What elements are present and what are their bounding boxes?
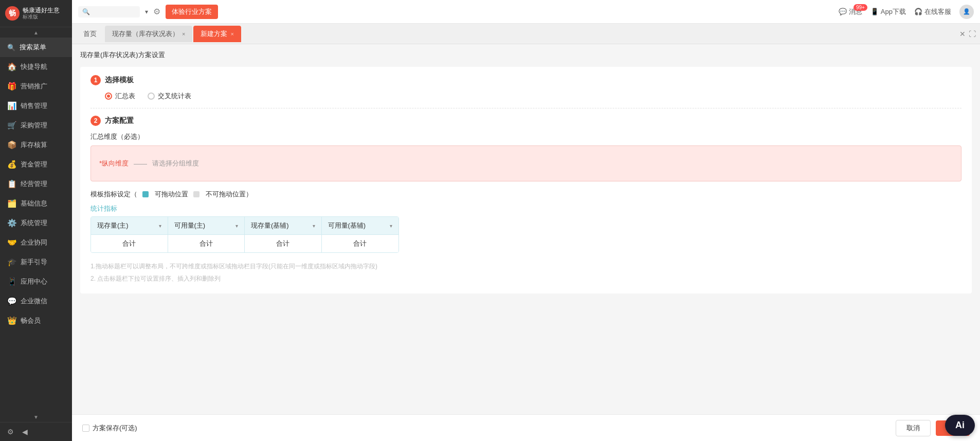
draggable-label: 可拖动位置 bbox=[155, 190, 188, 199]
stats-data-row: 合计 合计 合计 合计 bbox=[91, 234, 398, 252]
sidebar-item-label: 营销推广 bbox=[21, 82, 47, 91]
col-chevron-1[interactable]: ▾ bbox=[235, 223, 238, 229]
template-options: 汇总表 交叉统计表 bbox=[105, 91, 961, 101]
handshake-icon: 🤝 bbox=[7, 238, 16, 247]
sidebar-item-label: 经营管理 bbox=[21, 179, 47, 189]
sidebar-item-guide[interactable]: 🎓 新手引导 bbox=[0, 252, 72, 272]
content-area: 现存量(库存状况表)方案设置 1 选择模板 汇总表 交叉统计表 2 bbox=[72, 44, 980, 414]
sidebar: 畅 畅康通好生意 标准版 ▲ 🔍 搜索菜单 🏠 快捷导航 🎁 营销推广 📊 销售… bbox=[0, 0, 72, 441]
topbar-search-icon: 🔍 bbox=[82, 8, 90, 15]
chat-icon: 💬 bbox=[7, 297, 16, 306]
sidebar-logo: 畅 畅康通好生意 标准版 bbox=[0, 0, 72, 27]
step2-badge: 2 bbox=[90, 116, 101, 126]
tab-new-plan-close[interactable]: × bbox=[230, 31, 233, 37]
online-service-item[interactable]: 🎧 在线客服 bbox=[914, 7, 951, 16]
sidebar-item-business[interactable]: 📋 经营管理 bbox=[0, 174, 72, 194]
sidebar-item-label: 销售管理 bbox=[21, 101, 47, 111]
sidebar-scroll-up[interactable]: ▲ bbox=[0, 27, 72, 38]
sidebar-item-search[interactable]: 🔍 搜索菜单 bbox=[0, 38, 72, 57]
settings-icon[interactable]: ⚙ bbox=[7, 428, 14, 436]
sidebar-item-contract[interactable]: 🤝 企业协同 bbox=[0, 233, 72, 252]
gift-icon: 🎁 bbox=[7, 82, 16, 91]
logo-subtitle: 标准版 bbox=[23, 14, 60, 20]
stats-section-title: 统计指标 bbox=[90, 204, 961, 213]
stats-header-col-3[interactable]: 可用量(基辅) ▾ bbox=[322, 217, 399, 234]
sidebar-item-app-center[interactable]: 📱 应用中心 bbox=[0, 272, 72, 291]
draggable-badge bbox=[142, 191, 149, 197]
new-plan-tab-label: 新建方案 bbox=[201, 29, 227, 39]
col-label-2: 现存量(基辅) bbox=[251, 221, 289, 230]
step1-badge: 1 bbox=[90, 75, 101, 85]
col-chevron-3[interactable]: ▾ bbox=[390, 223, 392, 229]
sidebar-item-quick-nav[interactable]: 🏠 快捷导航 bbox=[0, 57, 72, 77]
stats-data-col-3: 合计 bbox=[322, 235, 399, 252]
dimension-placeholder-text: 请选择分组维度 bbox=[152, 159, 199, 168]
topbar-dropdown[interactable]: ▾ bbox=[145, 8, 148, 15]
stats-header-col-2[interactable]: 现存量(基辅) ▾ bbox=[245, 217, 322, 234]
phone-icon: 📱 bbox=[870, 8, 879, 15]
home-tab-label: 首页 bbox=[83, 29, 97, 39]
main-area: 🔍 ▾ ⚙ 体验行业方案 💬 消息 99+ 📱 App下载 🎧 在线客服 👤 bbox=[72, 0, 980, 441]
tab-new-plan[interactable]: 新建方案 × bbox=[193, 26, 241, 42]
expand-icon[interactable]: ⛶ bbox=[969, 30, 976, 38]
logo-title: 畅康通好生意 bbox=[23, 7, 60, 14]
topbar-actions: 💬 消息 99+ 📱 App下载 🎧 在线客服 👤 bbox=[839, 5, 974, 19]
radio-summary[interactable]: 汇总表 bbox=[105, 91, 135, 101]
app-download-label: App下载 bbox=[881, 7, 906, 16]
dimension-separator: —— bbox=[134, 160, 147, 168]
sidebar-search-label: 搜索菜单 bbox=[20, 43, 46, 52]
settings-panel: 1 选择模板 汇总表 交叉统计表 2 方案配置 汇总维度（必选） bbox=[80, 67, 972, 293]
sidebar-item-wechat[interactable]: 💬 企业微信 bbox=[0, 291, 72, 311]
non-draggable-badge bbox=[193, 191, 199, 197]
message-item[interactable]: 💬 消息 99+ bbox=[839, 7, 862, 16]
tab-inventory-close[interactable]: × bbox=[182, 31, 185, 37]
logo-icon: 畅 bbox=[5, 6, 20, 21]
cancel-button[interactable]: 取消 bbox=[896, 420, 931, 436]
dropdown-chevron: ▾ bbox=[145, 8, 148, 15]
industry-plan-button[interactable]: 体验行业方案 bbox=[166, 5, 218, 19]
save-checkbox[interactable]: 方案保存(可选) bbox=[82, 424, 137, 433]
sidebar-item-member[interactable]: 👑 畅会员 bbox=[0, 311, 72, 330]
close-all-icon[interactable]: ✕ bbox=[959, 30, 966, 38]
box-icon: 📦 bbox=[7, 140, 16, 150]
col-chevron-2[interactable]: ▾ bbox=[313, 223, 315, 229]
col-chevron-0[interactable]: ▾ bbox=[159, 223, 161, 229]
dimension-area[interactable]: *纵向维度 —— 请选择分组维度 bbox=[90, 145, 961, 181]
step-divider bbox=[90, 108, 961, 108]
sidebar-item-label: 快捷导航 bbox=[21, 62, 47, 71]
app-download-item[interactable]: 📱 App下载 bbox=[870, 7, 906, 16]
topbar-search-box[interactable]: 🔍 bbox=[78, 6, 140, 17]
col-label-0: 现存量(主) bbox=[97, 221, 129, 230]
tips-section: 1.拖动标题栏可以调整布局，不可跨维度或指标区域拖动栏目字段(只能在同一维度或指… bbox=[90, 261, 961, 284]
radio-summary-circle bbox=[105, 93, 112, 100]
message-badge: 99+ bbox=[854, 4, 867, 11]
topbar-gear-icon[interactable]: ⚙ bbox=[153, 7, 160, 16]
chart-icon: 📊 bbox=[7, 101, 16, 111]
sidebar-item-marketing[interactable]: 🎁 营销推广 bbox=[0, 77, 72, 96]
tab-inventory[interactable]: 现存量（库存状况表） × bbox=[105, 26, 192, 42]
tabs-bar: 首页 现存量（库存状况表） × 新建方案 × ✕ ⛶ bbox=[72, 24, 980, 44]
radio-cross[interactable]: 交叉统计表 bbox=[148, 91, 191, 101]
sidebar-item-finance[interactable]: 💰 资金管理 bbox=[0, 155, 72, 174]
tab-home[interactable]: 首页 bbox=[76, 26, 104, 42]
collapse-icon[interactable]: ◀ bbox=[22, 428, 28, 436]
tip-item-2: 2. 点击标题栏下拉可设置排序、插入列和删除列 bbox=[90, 273, 961, 285]
logo-text: 畅康通好生意 标准版 bbox=[23, 7, 60, 20]
sidebar-item-inventory[interactable]: 📦 库存核算 bbox=[0, 135, 72, 155]
stats-header-row: 现存量(主) ▾ 可用量(主) ▾ 现存量(基辅) ▾ 可用量(基辅) ▾ bbox=[91, 217, 398, 234]
step2-title: 方案配置 bbox=[105, 116, 134, 125]
stats-header-col-1[interactable]: 可用量(主) ▾ bbox=[168, 217, 245, 234]
ai-assistant-button[interactable]: Ai bbox=[945, 415, 975, 436]
checkbox-box[interactable] bbox=[82, 425, 89, 432]
sidebar-item-system[interactable]: ⚙️ 系统管理 bbox=[0, 213, 72, 233]
sidebar-scroll-down[interactable]: ▼ bbox=[0, 412, 72, 422]
sidebar-item-purchase[interactable]: 🛒 采购管理 bbox=[0, 116, 72, 135]
step1-title: 选择模板 bbox=[105, 76, 134, 85]
user-avatar[interactable]: 👤 bbox=[959, 5, 974, 19]
stats-header-col-0[interactable]: 现存量(主) ▾ bbox=[91, 217, 168, 234]
topbar-search-input[interactable] bbox=[93, 8, 134, 15]
sidebar-item-sales[interactable]: 📊 销售管理 bbox=[0, 96, 72, 116]
tip-item-1: 1.拖动标题栏可以调整布局，不可跨维度或指标区域拖动栏目字段(只能在同一维度或指… bbox=[90, 261, 961, 272]
sidebar-item-basic[interactable]: 🗂️ 基础信息 bbox=[0, 194, 72, 213]
sidebar-item-label: 库存核算 bbox=[21, 140, 47, 150]
